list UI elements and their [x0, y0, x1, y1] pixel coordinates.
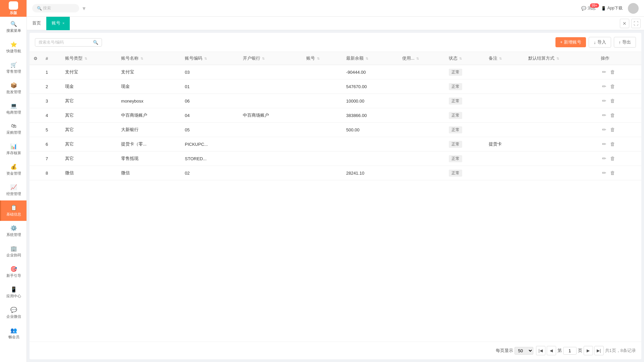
edit-button[interactable]: ✏: [601, 112, 608, 119]
global-search[interactable]: 🔍 搜索: [32, 4, 79, 12]
col-remark[interactable]: 备注 ⇅: [485, 52, 524, 65]
cell-usage: [398, 137, 445, 152]
delete-button[interactable]: 🗑: [609, 126, 616, 133]
sidebar-item-purchase[interactable]: 🛍 采购管理: [0, 119, 26, 139]
page-number-input[interactable]: [563, 347, 577, 355]
cell-balance: -90444.00: [342, 65, 398, 79]
cell-name: 零售抵现: [117, 152, 181, 166]
delete-button[interactable]: 🗑: [609, 169, 616, 176]
sidebar-item-inventory[interactable]: 📊 库存核算: [0, 139, 26, 160]
cell-type: 支付宝: [61, 65, 117, 79]
cell-code: STORED...: [181, 152, 239, 166]
col-balance[interactable]: 最新余额 ⇅: [342, 52, 398, 65]
app-download-button[interactable]: 📱 App下载: [601, 5, 623, 11]
delete-button[interactable]: 🗑: [609, 155, 616, 162]
col-code[interactable]: 账号编码 ⇅: [181, 52, 239, 65]
tab-close-icon[interactable]: ×: [62, 21, 64, 25]
col-account[interactable]: 账号 ⇅: [302, 52, 342, 65]
sidebar-item-search[interactable]: 🔍 搜索菜单: [0, 17, 26, 37]
export-button[interactable]: ↑ 导出: [614, 37, 636, 48]
per-page-select[interactable]: 50 100: [515, 347, 533, 355]
cell-bank: [239, 65, 303, 79]
cell-payment: [524, 79, 596, 94]
mobile-icon: 📱: [601, 6, 606, 11]
col-name[interactable]: 账号名称 ⇅: [117, 52, 181, 65]
sidebar-item-retail[interactable]: 🛒 零售管理: [0, 58, 26, 78]
col-num: #: [42, 52, 61, 65]
sidebar-item-enterprise[interactable]: 🏢 企业协同: [0, 241, 26, 262]
cell-num: 7: [42, 152, 61, 166]
search-input[interactable]: [39, 40, 93, 45]
col-settings[interactable]: ⚙: [30, 52, 42, 65]
tab-账号[interactable]: 账号×: [46, 17, 70, 30]
search-submit-icon[interactable]: 🔍: [93, 40, 98, 45]
maximize-icon[interactable]: ⛶: [631, 19, 641, 28]
sidebar-item-system[interactable]: ⚙️ 系统管理: [0, 221, 26, 241]
cell-payment: [524, 108, 596, 123]
sidebar-item-app-center[interactable]: 📱 应用中心: [0, 282, 26, 303]
sidebar-item-member[interactable]: 👥 畅会员: [0, 323, 26, 344]
sidebar-item-enterprise-wechat[interactable]: 💬 企业微信: [0, 303, 26, 323]
col-status[interactable]: 状态 ⇅: [445, 52, 485, 65]
page-navigation: |◀ ◀ 第 页 ▶ ▶| 共1页，8条记录: [536, 346, 636, 355]
total-info: 共1页，8条记录: [605, 348, 636, 354]
delete-button[interactable]: 🗑: [609, 83, 616, 90]
search-wrapper: 🔍: [35, 38, 102, 47]
cell-payment: [524, 94, 596, 108]
delete-button[interactable]: 🗑: [609, 112, 616, 119]
cell-account: [302, 166, 342, 180]
sidebar-item-capital[interactable]: 💰 资金管理: [0, 160, 26, 180]
sidebar-label: 资金管理: [6, 171, 21, 176]
cell-name: 支付宝: [117, 65, 181, 79]
edit-button[interactable]: ✏: [601, 83, 608, 90]
edit-button[interactable]: ✏: [601, 169, 608, 177]
cell-account: [302, 108, 342, 123]
add-account-button[interactable]: + 新增账号: [555, 37, 586, 47]
next-page-button[interactable]: ▶: [584, 346, 593, 355]
sidebar-item-basic-info[interactable]: 📋 基础信息: [0, 200, 26, 221]
sidebar-item-ecommerce[interactable]: 💻 电商管理: [0, 99, 26, 119]
message-icon: 💬: [581, 6, 586, 11]
toolbar-right: + 新增账号 ↓ 导入 ↑ 导出: [555, 37, 636, 48]
col-type[interactable]: 账号类型 ⇅: [61, 52, 117, 65]
cell-account: [302, 79, 342, 94]
cell-balance: 547670.00: [342, 79, 398, 94]
table-row: 1 支付宝 支付宝 03 -90444.00 正常 ✏ 🗑: [30, 65, 641, 79]
col-payment[interactable]: 默认结算方式 ⇅: [524, 52, 596, 65]
logo-image: [9, 1, 18, 10]
cell-status: 正常: [445, 94, 485, 108]
sidebar-item-wholesale[interactable]: 📦 批发管理: [0, 78, 26, 99]
col-bank[interactable]: 开户银行 ⇅: [239, 52, 303, 65]
col-action: 操作: [597, 52, 641, 65]
edit-button[interactable]: ✏: [601, 155, 608, 162]
import-button[interactable]: ↓ 导入: [589, 37, 611, 48]
edit-button[interactable]: ✏: [601, 97, 608, 105]
delete-button[interactable]: 🗑: [609, 140, 616, 147]
cell-num: 5: [42, 123, 61, 137]
first-page-button[interactable]: |◀: [536, 346, 545, 355]
app-logo: 乐版: [0, 0, 26, 17]
sidebar-item-guide[interactable]: 🎯 新手引导: [0, 262, 26, 282]
cell-balance: 383866.00: [342, 108, 398, 123]
user-avatar[interactable]: [628, 3, 639, 14]
edit-button[interactable]: ✏: [601, 126, 608, 133]
page-label: 第: [557, 348, 562, 354]
cell-settings: [30, 79, 42, 94]
last-page-button[interactable]: ▶|: [594, 346, 604, 355]
cell-balance: 10000.00: [342, 94, 398, 108]
sidebar-item-operation[interactable]: 📈 经营管理: [0, 180, 26, 200]
delete-button[interactable]: 🗑: [609, 97, 616, 104]
close-tab-icon[interactable]: ✕: [620, 19, 629, 28]
delete-button[interactable]: 🗑: [609, 68, 616, 75]
edit-button[interactable]: ✏: [601, 68, 608, 76]
dropdown-chevron-icon[interactable]: ▾: [83, 5, 86, 12]
tab-首页[interactable]: 首页: [27, 17, 46, 30]
edit-button[interactable]: ✏: [601, 140, 608, 148]
prev-page-button[interactable]: ◀: [547, 346, 556, 355]
cell-code: 03: [181, 65, 239, 79]
cell-account: [302, 94, 342, 108]
col-usage[interactable]: 使用... ⇅: [398, 52, 445, 65]
sidebar-item-quick-nav[interactable]: ⭐ 快捷导航: [0, 37, 26, 58]
sidebar-label: 批发管理: [6, 89, 21, 95]
messages-button[interactable]: 💬 消息 99+: [581, 5, 596, 11]
